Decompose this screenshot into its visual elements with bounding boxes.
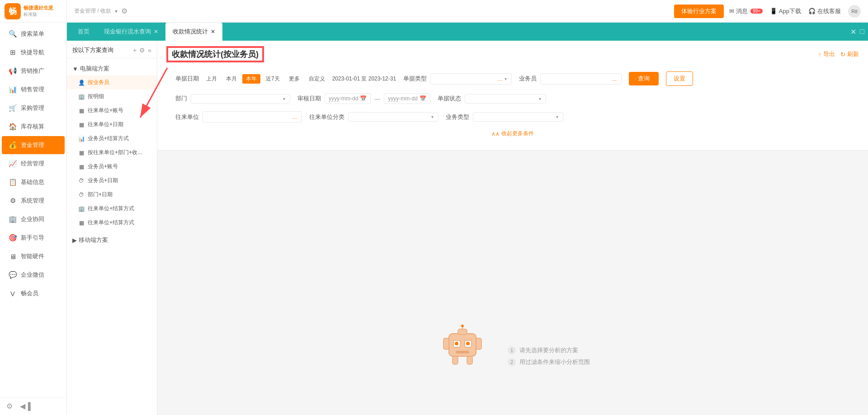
sidebar-item-quicknav[interactable]: ⊞ 快捷导航 [2,43,65,61]
salesman-icon: 👤 [78,79,85,86]
service-btn[interactable]: 🎧 在线客服 [808,7,841,15]
sidebar-item-sales[interactable]: 📊 销售管理 [2,80,65,99]
tree-item-unit-dept-recv[interactable]: ▦ 按往来单位+部门+收... [67,146,157,160]
sidebar-item-finance[interactable]: 💰 资金管理 [2,136,65,154]
unit-settle1-icon: 🏢 [78,205,85,212]
sidebar-item-inventory[interactable]: 🏠 库存核算 [2,118,65,136]
page-title: 收款情况统计(按业务员) [167,47,263,61]
calendar-start-icon[interactable]: 📅 [360,95,367,102]
export-icon: ↑ [819,51,822,58]
sidebar-item-wechat[interactable]: 💬 企业微信 [2,266,65,284]
biz-type-arrow: ▾ [556,114,558,119]
sidebar-item-hardware[interactable]: 🖥 智能硬件 [2,247,65,265]
basic-icon: 📋 [8,178,17,187]
doc-type-arrow: ▾ [505,76,507,81]
topbar-right: ✉ 消息 99+ 📱 App下载 🎧 在线客服 Rit [729,5,861,18]
counterpart-category-select[interactable]: ▾ [348,112,439,122]
sidebar-item-operation[interactable]: 📈 经营管理 [2,155,65,173]
step-2-num: 2 [508,358,516,366]
date-tab-this-year[interactable]: 本年 [242,74,260,84]
message-btn[interactable]: ✉ 消息 99+ [729,7,763,15]
tab-home[interactable]: 首页 [71,23,97,41]
bottom-settings-icon[interactable]: ⚙ [6,402,13,410]
collapse-more-btn[interactable]: ∧∧ 收起更多条件 [175,126,850,141]
date-tab-last-month[interactable]: 上月 [203,74,221,84]
settings-button[interactable]: 设置 [666,71,693,86]
tree-item-dept-date[interactable]: ⏱ 部门+日期 [67,188,157,202]
mobile-section-title[interactable]: ▶ 移动端方案 [67,233,157,247]
breadcrumb-dropdown-icon[interactable]: ▾ [115,8,118,14]
tab-receipt[interactable]: 收款情况统计 ✕ [165,23,222,41]
sidebar-item-marketing[interactable]: 📢 营销推广 [2,62,65,80]
date-tab-custom[interactable]: 自定义 [305,74,329,84]
content-area: 按以下方案查询 + ⚙ « ▼ 电脑端方案 👤 按业务员 🏢 [67,41,868,415]
date-tab-last7[interactable]: 近7天 [262,74,283,84]
sidebar-item-enterprise[interactable]: 🏢 企业协同 [2,210,65,228]
doc-status-select[interactable]: ▾ [465,94,546,104]
desktop-section-title[interactable]: ▼ 电脑端方案 [67,62,157,75]
salesman-more-icon[interactable]: ... [612,75,617,82]
tab-close-all-icon[interactable]: ✕ [850,28,856,36]
review-date-start[interactable]: yyyy-mm-dd 📅 [325,93,371,104]
dept-select[interactable]: ▾ [191,94,290,104]
dept-arrow: ▾ [283,96,285,101]
calendar-end-icon[interactable]: 📅 [420,95,426,102]
doc-type-select[interactable]: ... ▾ [430,73,512,85]
salesman-account-icon: ▦ [78,163,85,170]
tree-item-unit-date[interactable]: ▦ 往来单位+日期 [67,118,157,132]
desktop-section: ▼ 电脑端方案 👤 按业务员 🏢 按明细 ▦ 往来单位+账号 ▦ 往来单 [67,58,157,233]
add-scheme-icon[interactable]: + [133,47,137,54]
left-panel-header: 按以下方案查询 + ⚙ « [67,41,157,58]
biz-type-select[interactable]: ▾ [473,112,563,122]
detail-icon: 🏢 [78,93,85,100]
date-tab-this-month[interactable]: 本月 [222,74,241,84]
query-button[interactable]: 查询 [629,72,659,85]
scheme-settings-icon[interactable]: ⚙ [139,47,145,54]
tree-item-unit-account[interactable]: ▦ 往来单位+账号 [67,104,157,118]
tab-bank[interactable]: 现金银行流水查询 ✕ [97,23,165,41]
counterpart-select[interactable]: ... [203,111,302,123]
filter-area: 单据日期 上月 本月 本年 近7天 更多 自定义 2023-01-01 至 20… [166,68,859,146]
page-title-row: 收款情况统计(按业务员) ↑ 导出 ↻ 刷新 [166,46,859,62]
counterpart-more-icon[interactable]: ... [292,113,297,120]
tab-bank-close[interactable]: ✕ [154,28,158,35]
review-date-end[interactable]: yyyy-mm-dd 📅 [384,93,430,104]
quicknav-icon: ⊞ [8,48,17,57]
member-icon: V [8,289,17,298]
tree-item-salesman-date[interactable]: ⏱ 业务员+日期 [67,174,157,188]
tree-item-by-salesman[interactable]: 👤 按业务员 [67,75,157,90]
tab-expand-icon[interactable]: □ [860,28,864,36]
export-button[interactable]: ↑ 导出 [819,50,835,58]
app-icon: 📱 [770,8,777,14]
tree-item-unit-settle1[interactable]: 🏢 往来单位+结算方式 [67,202,157,216]
topbar-gear-icon[interactable]: ⚙ [121,7,127,15]
sidebar-item-guide[interactable]: 🎯 新手引导 [2,229,65,247]
trial-button[interactable]: 体验行业方案 [674,5,724,18]
user-avatar[interactable]: Rit [848,5,861,18]
main-content-empty: 1 请先选择要分析的方案 2 用过滤条件来缩小分析范围 [157,151,868,415]
unit-settle2-icon: ▦ [78,219,85,226]
sidebar: 畅 畅捷通好生意 标准版 🔍 搜索菜单 ⊞ 快捷导航 📢 营销推广 📊 销售管理… [0,0,67,415]
tree-item-salesman-settle[interactable]: 📊 业务员+结算方式 [67,132,157,146]
left-panel-title: 按以下方案查询 [72,46,113,54]
salesman-select[interactable]: ... [540,73,622,85]
tree-item-salesman-account[interactable]: ▦ 业务员+账号 [67,160,157,174]
bottom-collapse-icon[interactable]: ◀▐ [20,402,30,410]
tabs-bar: 首页 现金银行流水查询 ✕ 收款情况统计 ✕ ✕ □ [67,23,868,41]
doc-status-filter: 单据状态 ▾ [438,94,546,104]
sidebar-item-search[interactable]: 🔍 搜索菜单 [2,25,65,43]
app-download-btn[interactable]: 📱 App下载 [770,7,801,15]
tree-item-by-detail[interactable]: 🏢 按明细 [67,90,157,104]
doc-type-more-icon[interactable]: ... [498,75,503,82]
tab-receipt-close[interactable]: ✕ [211,28,215,35]
mobile-expand-icon: ▶ [72,237,77,244]
tree-item-unit-settle2[interactable]: ▦ 往来单位+结算方式 [67,216,157,230]
sidebar-item-purchase[interactable]: 🛒 采购管理 [2,99,65,117]
scheme-collapse-icon[interactable]: « [148,47,151,54]
sidebar-item-basic[interactable]: 📋 基础信息 [2,173,65,191]
refresh-button[interactable]: ↻ 刷新 [840,50,859,58]
collapse-icon: ∧∧ [491,131,500,137]
date-tab-more[interactable]: 更多 [285,74,303,84]
sidebar-item-member[interactable]: V 畅会员 [2,284,65,302]
sidebar-item-system[interactable]: ⚙ 系统管理 [2,192,65,210]
